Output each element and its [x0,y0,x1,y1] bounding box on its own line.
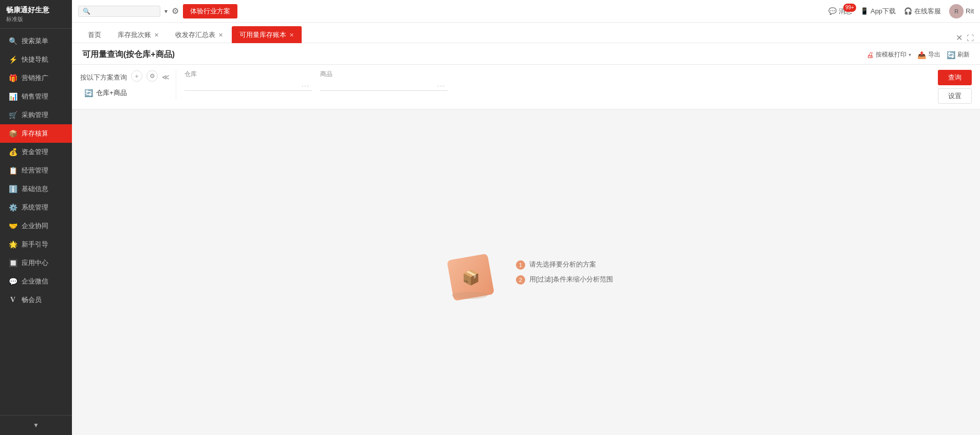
settings-button[interactable]: 设置 [938,88,972,104]
sidebar-item-basic[interactable]: ℹ️ 基础信息 [0,180,72,198]
sidebar-item-ops[interactable]: 📋 经营管理 [0,161,72,180]
sidebar-item-shortcut[interactable]: ⚡ 快捷导航 [0,50,72,69]
tab-home[interactable]: 首页 [80,26,109,43]
app-download-label: App下载 [871,7,896,16]
sidebar-item-label: 应用中心 [22,258,48,268]
sidebar-item-enterprise-coop[interactable]: 🤝 企业协同 [0,217,72,235]
topbar-search-box[interactable]: 🔍 [78,6,160,17]
sidebar-item-label: 搜索菜单 [22,36,48,46]
collapse-button[interactable]: ≪ [162,71,170,81]
product-field-label: 商品 [320,70,448,79]
print-button[interactable]: 🖨 按模板打印 ▾ [866,50,911,59]
refresh-icon: 🔄 [947,51,955,59]
warehouse-more-icon[interactable]: ··· [302,82,310,89]
tab-available-inventory-close[interactable]: ✕ [289,32,294,39]
manage-scheme-button[interactable]: ⚙ [146,70,158,82]
online-service-button[interactable]: 🎧 在线客服 [904,7,941,16]
sidebar-item-inventory[interactable]: 📦 库存核算 [0,124,72,143]
sidebar-item-enterprise-wx[interactable]: 💬 企业微信 [0,272,72,291]
marketing-nav-icon: 🎁 [8,74,17,82]
tab-inventory-batch[interactable]: 库存批次账 ✕ [110,26,167,43]
filter-section: 按以下方案查询 ＋ ⚙ ≪ 🔄 仓库+商品 仓库 [72,65,980,109]
tab-inventory-batch-label: 库存批次账 [118,30,151,40]
sidebar-item-vip[interactable]: V 畅会员 [0,291,72,309]
headset-icon: 🎧 [904,7,912,15]
empty-illustration: 📦 [439,241,501,303]
sidebar-item-system[interactable]: ⚙️ 系统管理 [0,198,72,217]
tabs-bar: 首页 库存批次账 ✕ 收发存汇总表 ✕ 可用量库存账本 ✕ ✕ ⛶ [72,23,980,43]
scheme-label: 仓库+商品 [96,88,127,98]
filter-fields-and-actions: 仓库 ··· 商品 ··· [184,70,972,104]
topbar-gear-button[interactable]: ⚙ [172,6,179,16]
sidebar-item-sales[interactable]: 📊 销售管理 [0,87,72,106]
message-icon: 💬 [828,7,837,15]
enterprise-coop-nav-icon: 🤝 [8,222,17,230]
sidebar-item-label: 资金管理 [22,147,48,157]
tab-receipt-summary-close[interactable]: ✕ [218,32,223,39]
sidebar-item-search[interactable]: 🔍 搜索菜单 [0,32,72,50]
system-nav-icon: ⚙️ [8,203,17,212]
topbar-dropdown-button[interactable]: ▾ [164,8,168,15]
refresh-button[interactable]: 🔄 刷新 [947,50,970,59]
empty-tip-1: 1 请先选择要分析的方案 [516,260,613,270]
sidebar-item-label: 库存核算 [22,129,48,138]
filter-label: 按以下方案查询 [80,70,127,82]
sidebar-item-label: 经营管理 [22,166,48,175]
tab-home-label: 首页 [88,30,101,40]
sidebar-item-label: 销售管理 [22,92,48,101]
empty-shadow [452,292,488,299]
tabs-close-all-button[interactable]: ✕ [956,33,963,43]
print-dropdown-icon[interactable]: ▾ [909,52,911,58]
empty-state: 📦 1 请先选择要分析的方案 2 用[过滤]条件来缩小分析范围 [72,109,980,435]
page-header-actions: 🖨 按模板打印 ▾ 📤 导出 🔄 刷新 [866,50,970,59]
sidebar-item-label: 基础信息 [22,184,48,194]
tip-num-2: 2 [516,275,525,285]
warehouse-input[interactable] [187,82,300,89]
industry-solution-button[interactable]: 体验行业方案 [183,4,237,18]
product-input[interactable] [322,82,435,89]
product-more-icon[interactable]: ··· [437,82,446,89]
sidebar-nav: 🔍 搜索菜单 ⚡ 快捷导航 🎁 营销推广 📊 销售管理 🛒 采购管理 📦 库存核… [0,29,72,415]
empty-tip-2: 2 用[过滤]条件来缩小分析范围 [516,275,613,285]
search-input[interactable] [93,8,156,15]
empty-tips: 1 请先选择要分析的方案 2 用[过滤]条件来缩小分析范围 [516,260,613,285]
filter-fields: 仓库 ··· 商品 ··· [184,70,928,91]
sidebar-scroll-down[interactable]: ▼ [0,420,72,431]
filter-label-row: 按以下方案查询 ＋ ⚙ ≪ [80,70,170,82]
user-info[interactable]: R Rit [949,4,974,18]
tab-available-inventory[interactable]: 可用量库存账本 ✕ [232,26,302,43]
add-scheme-button[interactable]: ＋ [131,70,142,82]
tip-text-2: 用[过滤]条件来缩小分析范围 [529,275,613,284]
sidebar-item-newbie[interactable]: 🌟 新手引导 [0,235,72,254]
scheme-warehouse-product[interactable]: 🔄 仓库+商品 [80,86,170,100]
app-center-nav-icon: 🔲 [8,259,17,267]
sidebar-item-finance[interactable]: 💰 资金管理 [0,143,72,161]
basic-nav-icon: ℹ️ [8,185,17,193]
finance-nav-icon: 💰 [8,148,17,156]
sidebar-item-app-center[interactable]: 🔲 应用中心 [0,254,72,272]
topbar-right: 💬 消息 99+ 📱 App下载 🎧 在线客服 R Rit [828,4,974,18]
newbie-nav-icon: 🌟 [8,240,17,249]
app-download-button[interactable]: 📱 App下载 [860,7,896,16]
user-avatar: R [949,4,964,18]
tab-inventory-batch-close[interactable]: ✕ [154,32,159,39]
sidebar-item-label: 畅会员 [22,295,42,305]
tab-receipt-summary[interactable]: 收发存汇总表 ✕ [168,26,231,43]
inventory-nav-icon: 📦 [8,129,17,138]
query-button[interactable]: 查询 [938,70,972,85]
product-field-input-wrapper: ··· [320,81,448,91]
refresh-label: 刷新 [957,50,970,59]
tip-text-1: 请先选择要分析的方案 [529,260,596,269]
tip-num-1: 1 [516,260,525,270]
scroll-down-icon: ▼ [33,422,39,429]
scheme-icon: 🔄 [84,89,93,97]
sidebar-item-marketing[interactable]: 🎁 营销推广 [0,69,72,87]
export-icon: 📤 [917,51,926,59]
sidebar-item-purchase[interactable]: 🛒 采购管理 [0,106,72,124]
sidebar-item-label: 新手引导 [22,240,48,249]
sidebar-item-label: 营销推广 [22,73,48,83]
export-button[interactable]: 📤 导出 [917,50,940,59]
tabs-expand-button[interactable]: ⛶ [967,34,974,42]
filter-right-buttons: 查询 设置 [938,70,972,104]
message-button[interactable]: 💬 消息 99+ [828,7,852,16]
